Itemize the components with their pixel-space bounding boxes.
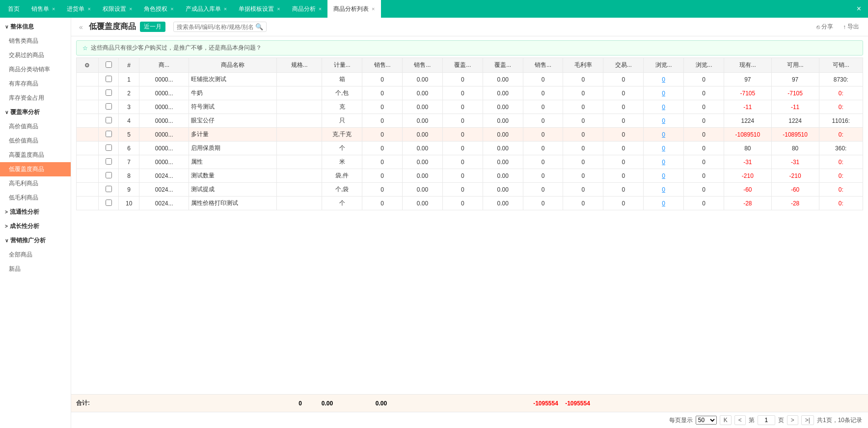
col-sales1[interactable]: 销售... xyxy=(362,58,403,73)
nav-close-warehouse[interactable]: × xyxy=(224,6,227,12)
table-cell[interactable] xyxy=(98,197,119,210)
row-checkbox[interactable] xyxy=(106,200,112,206)
sidebar-item-low-margin[interactable]: 低毛利商品 xyxy=(0,191,71,205)
col-browse1[interactable]: 浏览... xyxy=(644,58,684,73)
nav-close-permissions[interactable]: × xyxy=(129,6,132,12)
sidebar-section-marketing[interactable]: ∨ 营销推广分析 xyxy=(0,233,71,248)
col-cover2[interactable]: 覆盖... xyxy=(483,58,523,73)
sidebar-item-all-products[interactable]: 全部商品 xyxy=(0,248,71,262)
table-cell[interactable]: 0 xyxy=(603,100,644,114)
sidebar-section-coverage[interactable]: ∨ 覆盖率分析 xyxy=(0,105,71,119)
row-checkbox[interactable] xyxy=(106,172,112,178)
row-checkbox[interactable] xyxy=(106,103,112,110)
sidebar-section-overall[interactable]: ∨ 整体信息 xyxy=(0,20,71,34)
col-code[interactable]: 商... xyxy=(139,58,189,73)
table-cell[interactable]: 0 xyxy=(603,73,644,86)
sidebar-section-flow[interactable]: > 流通性分析 xyxy=(0,205,71,219)
first-page-button[interactable]: K xyxy=(720,415,732,425)
nav-close-roles[interactable]: × xyxy=(170,6,173,12)
table-cell[interactable]: 0 xyxy=(603,197,644,210)
nav-warehouse[interactable]: 产成品入库单 × xyxy=(180,0,233,18)
sidebar-collapse-button[interactable]: « xyxy=(77,22,85,32)
row-checkbox[interactable] xyxy=(106,117,112,123)
table-cell: 0 xyxy=(362,183,403,197)
col-available[interactable]: 可用... xyxy=(771,58,819,73)
col-sellable[interactable]: 可销... xyxy=(819,58,863,73)
per-page-select[interactable]: 50 100 200 xyxy=(696,416,717,425)
sidebar-item-category-rate[interactable]: 商品分类动销率 xyxy=(0,62,71,77)
row-checkbox[interactable] xyxy=(106,158,112,165)
sidebar-item-in-stock[interactable]: 有库存商品 xyxy=(0,77,71,91)
sidebar-item-new-products[interactable]: 新品 xyxy=(0,262,71,276)
sidebar-item-low-coverage[interactable]: 低覆盖度商品 xyxy=(0,162,71,176)
table-cell[interactable] xyxy=(98,142,119,155)
col-sales2[interactable]: 销售... xyxy=(402,58,442,73)
table-cell[interactable] xyxy=(98,128,119,142)
next-page-button[interactable]: > xyxy=(787,415,798,425)
col-settings[interactable]: ⚙ xyxy=(77,58,99,73)
select-all-checkbox[interactable] xyxy=(106,61,112,68)
sidebar-item-high-coverage[interactable]: 高覆盖度商品 xyxy=(0,148,71,162)
col-name[interactable]: 商品名称 xyxy=(189,58,277,73)
nav-roles[interactable]: 角色授权 × xyxy=(138,0,179,18)
col-checkbox[interactable] xyxy=(98,58,119,73)
table-cell[interactable]: 0 xyxy=(603,86,644,100)
table-cell[interactable] xyxy=(98,73,119,86)
sidebar-item-traded[interactable]: 交易过的商品 xyxy=(0,48,71,62)
table-cell: 0.00 xyxy=(483,142,523,155)
row-checkbox[interactable] xyxy=(106,89,112,96)
page-number-input[interactable] xyxy=(758,415,775,425)
nav-permissions[interactable]: 权限设置 × xyxy=(97,0,138,18)
nav-analysis-list[interactable]: 商品分析列表 × xyxy=(327,0,380,18)
col-browse2[interactable]: 浏览... xyxy=(684,58,724,73)
table-cell[interactable]: 0 xyxy=(603,142,644,155)
col-current[interactable]: 现有... xyxy=(724,58,771,73)
table-cell[interactable] xyxy=(98,155,119,169)
sidebar-item-high-margin[interactable]: 高毛利商品 xyxy=(0,176,71,191)
sidebar-item-sales-category[interactable]: 销售类商品 xyxy=(0,34,71,48)
sidebar-item-low-value[interactable]: 低价值商品 xyxy=(0,134,71,148)
nav-purchase[interactable]: 进货单 × xyxy=(61,0,96,18)
table-cell[interactable]: 0 xyxy=(603,183,644,197)
nav-close-analysis[interactable]: × xyxy=(319,6,322,12)
last-page-button[interactable]: >| xyxy=(801,415,814,425)
col-margin[interactable]: 毛利率 xyxy=(563,58,603,73)
col-trade[interactable]: 交易... xyxy=(603,58,644,73)
table-cell[interactable] xyxy=(98,169,119,183)
table-cell[interactable] xyxy=(98,114,119,128)
table-cell: 3 xyxy=(119,100,139,114)
table-cell[interactable] xyxy=(98,86,119,100)
row-checkbox[interactable] xyxy=(106,76,112,82)
nav-close-analysis-list[interactable]: × xyxy=(372,6,375,12)
search-input[interactable] xyxy=(177,24,255,30)
col-cover1[interactable]: 覆盖... xyxy=(442,58,483,73)
nav-template[interactable]: 单据模板设置 × xyxy=(233,0,286,18)
sidebar-item-high-value[interactable]: 高价值商品 xyxy=(0,119,71,134)
table-cell[interactable]: 0 xyxy=(603,155,644,169)
prev-page-button[interactable]: < xyxy=(734,415,746,425)
col-spec[interactable]: 规格... xyxy=(276,58,322,73)
row-checkbox[interactable] xyxy=(106,186,112,192)
table-cell[interactable] xyxy=(98,100,119,114)
window-close-button[interactable]: × xyxy=(852,4,866,13)
export-button[interactable]: ↑ 导出 xyxy=(840,22,862,32)
table-cell[interactable]: 0 xyxy=(603,114,644,128)
row-checkbox[interactable] xyxy=(106,131,112,137)
search-icon[interactable]: 🔍 xyxy=(255,23,263,30)
share-button[interactable]: ⎋ 分享 xyxy=(814,22,836,32)
col-unit[interactable]: 计量... xyxy=(322,58,362,73)
nav-close-sales[interactable]: × xyxy=(52,6,55,12)
table-cell[interactable]: 0 xyxy=(603,128,644,142)
table-cell[interactable] xyxy=(98,183,119,197)
sidebar-item-stock-capital[interactable]: 库存资金占用 xyxy=(0,91,71,105)
sidebar-section-growth[interactable]: > 成长性分析 xyxy=(0,219,71,233)
nav-analysis[interactable]: 商品分析 × xyxy=(286,0,327,18)
table-cell[interactable]: 0 xyxy=(603,169,644,183)
nav-close-template[interactable]: × xyxy=(277,6,280,12)
col-sales3[interactable]: 销售... xyxy=(523,58,563,73)
period-badge[interactable]: 近一月 xyxy=(140,22,165,32)
nav-sales[interactable]: 销售单 × xyxy=(26,0,61,18)
nav-close-purchase[interactable]: × xyxy=(87,6,90,12)
row-checkbox[interactable] xyxy=(106,144,112,151)
nav-home[interactable]: 首页 xyxy=(2,0,26,18)
